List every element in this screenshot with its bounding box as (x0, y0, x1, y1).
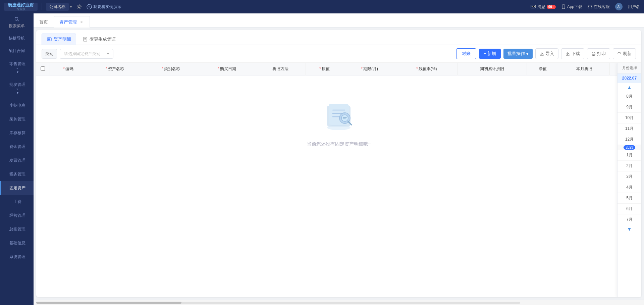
message-label: 消息 (537, 4, 545, 10)
sidebar-item-business[interactable]: 经营管理 (0, 209, 34, 222)
scrollbar-thumb[interactable] (36, 302, 181, 304)
tab-asset-management[interactable]: 资产管理 × (54, 16, 90, 28)
message-button[interactable]: 消息 99+ (531, 4, 556, 10)
online-service-label: 在线客服 (594, 4, 610, 10)
sidebar-item-ledger[interactable]: 总账管理 (0, 222, 34, 236)
sidebar-search[interactable]: 搜索菜单 (0, 13, 34, 32)
month-2023-1[interactable]: 1月 (618, 150, 641, 161)
sidebar-item-retail[interactable]: 零售管理 ▾ (0, 57, 34, 78)
add-button[interactable]: + 新增 (479, 49, 501, 59)
svg-point-8 (15, 17, 18, 20)
sub-tab-change-voucher[interactable]: 变更生成凭证 (77, 34, 121, 45)
current-year-month: 2022.07 (618, 73, 641, 83)
col-net-value: 净值 (527, 63, 559, 75)
sidebar: 搜索菜单 快捷导航 项目合同 零售管理 ▾ 批发管理 ▾ 小畅电商 采购管理 库… (0, 13, 34, 305)
top-bar: 畅捷通好业财 专业版 公司名称 ▾ ? 我要看实例演示 (0, 0, 644, 13)
sidebar-item-business-label: 经营管理 (9, 213, 25, 218)
demo-icon: ? (87, 4, 92, 9)
month-10[interactable]: 10月 (618, 113, 641, 123)
sidebar-item-salary[interactable]: 工资 (0, 195, 34, 209)
print-button[interactable]: 打印 (587, 48, 610, 59)
col-original-value: *原值 (306, 63, 343, 75)
search-label: 搜索菜单 (3, 23, 31, 29)
col-depreciation-method: 折旧方法 (255, 63, 306, 75)
month-2023-4[interactable]: 4月 (618, 182, 641, 193)
sidebar-item-tax[interactable]: 税务管理 (0, 167, 34, 181)
month-2023-5[interactable]: 5月 (618, 193, 641, 204)
month-8[interactable]: 8月 (618, 91, 641, 102)
month-down-button[interactable]: ▼ (618, 225, 641, 233)
sidebar-item-tax-label: 税务管理 (9, 171, 25, 177)
app-download-button[interactable]: App下载 (561, 4, 582, 10)
col-accumulated-depreciation: 期初累计折旧 (457, 63, 527, 75)
sidebar-item-finance-label: 资金管理 (9, 144, 25, 150)
download-icon (566, 52, 570, 56)
user-avatar[interactable]: Ai (615, 3, 623, 10)
col-monthly-depreciation: 本月折旧 (559, 63, 609, 75)
month-panel-header: 月份选择 (618, 63, 641, 73)
doc-icon (83, 37, 88, 42)
sub-tab-asset-detail[interactable]: 资产明细 (42, 34, 76, 45)
sidebar-item-purchase[interactable]: 采购管理 (0, 112, 34, 126)
download-button[interactable]: 下载 (561, 48, 584, 59)
reconcile-button[interactable]: 对账 (456, 48, 476, 59)
message-icon (531, 4, 536, 9)
month-12[interactable]: 12月 (618, 134, 641, 145)
month-up-button[interactable]: ▲ (618, 83, 641, 91)
sidebar-item-wholesale[interactable]: 批发管理 ▾ (0, 78, 34, 99)
month-11[interactable]: 11月 (618, 123, 641, 134)
sidebar-item-fixed-assets[interactable]: 固定资产 (0, 181, 34, 195)
month-9[interactable]: 9月 (618, 102, 641, 113)
tab-home-label: 首页 (39, 19, 48, 25)
empty-text: 当前您还没有固定资产明细哦~ (307, 141, 371, 147)
company-dropdown-icon: ▾ (70, 5, 72, 9)
sidebar-item-purchase-label: 采购管理 (9, 116, 25, 122)
empty-illustration (319, 96, 359, 136)
sidebar-item-system[interactable]: 系统管理 (0, 250, 34, 264)
filter-category-select[interactable]: 请选择固定资产类别 ▾ (60, 49, 113, 59)
month-2023-7[interactable]: 7月 (618, 214, 641, 225)
col-purchase-date: *购买日期 (199, 63, 255, 75)
print-icon (591, 52, 596, 56)
sidebar-item-inventory-label: 库存核算 (9, 130, 25, 136)
asset-table: *编码 *资产名称 *类别名称 *购买日期 折旧方法 *原值 *期限(月) *残… (36, 63, 641, 167)
sidebar-item-basic-info[interactable]: 基础信息 (0, 236, 34, 250)
sidebar-item-invoice-label: 发票管理 (9, 158, 25, 163)
import-button[interactable]: 导入 (535, 48, 558, 59)
batch-button[interactable]: 批量操作 ▾ (503, 49, 533, 59)
month-panel: 月份选择 2022.07 ▲ 8月 9月 10月 11月 12月 2023 1月… (617, 63, 641, 297)
sidebar-item-invoice[interactable]: 发票管理 (0, 154, 34, 167)
sub-tab-asset-detail-label: 资产明细 (54, 36, 71, 42)
company-selector[interactable]: 公司名称 ▾ (46, 3, 72, 11)
user-name: 用户名 (628, 4, 640, 10)
batch-button-label: 批量操作 (507, 51, 525, 57)
demo-link[interactable]: ? 我要看实例演示 (87, 4, 121, 10)
sidebar-item-inventory[interactable]: 库存核算 (0, 126, 34, 140)
select-all-checkbox[interactable] (41, 66, 45, 71)
online-service-button[interactable]: 在线客服 (588, 4, 610, 10)
company-name: 公司名称 (46, 3, 69, 11)
sidebar-item-ledger-label: 总账管理 (9, 226, 25, 232)
month-2023-3[interactable]: 3月 (618, 171, 641, 182)
refresh-button[interactable]: 刷新 (613, 48, 636, 59)
phone-icon (561, 4, 566, 9)
table-select-all[interactable] (36, 63, 50, 75)
svg-point-0 (78, 6, 80, 8)
month-2023-6[interactable]: 6月 (618, 204, 641, 214)
month-2023-2[interactable]: 2月 (618, 161, 641, 171)
sidebar-item-ecommerce[interactable]: 小畅电商 (0, 99, 34, 112)
sidebar-item-finance[interactable]: 资金管理 (0, 140, 34, 154)
col-residual-rate: *残值率(%) (396, 63, 457, 75)
year-2023-badge: 2023 (624, 145, 635, 150)
tab-close-button[interactable]: × (79, 19, 84, 25)
svg-line-9 (18, 20, 19, 21)
scrollbar-track[interactable] (36, 302, 520, 304)
top-bar-left: 畅捷通好业财 专业版 公司名称 ▾ ? 我要看实例演示 (4, 2, 531, 11)
bottom-scrollbar (34, 300, 644, 305)
tab-home[interactable]: 首页 (34, 16, 54, 28)
table-container: *编码 *资产名称 *类别名称 *购买日期 折旧方法 *原值 *期限(月) *残… (36, 63, 641, 297)
sidebar-item-project[interactable]: 项目合同 (0, 45, 34, 57)
print-label: 打印 (597, 51, 606, 57)
sidebar-item-quick-nav[interactable]: 快捷导航 (0, 32, 34, 45)
settings-button[interactable] (74, 2, 84, 11)
